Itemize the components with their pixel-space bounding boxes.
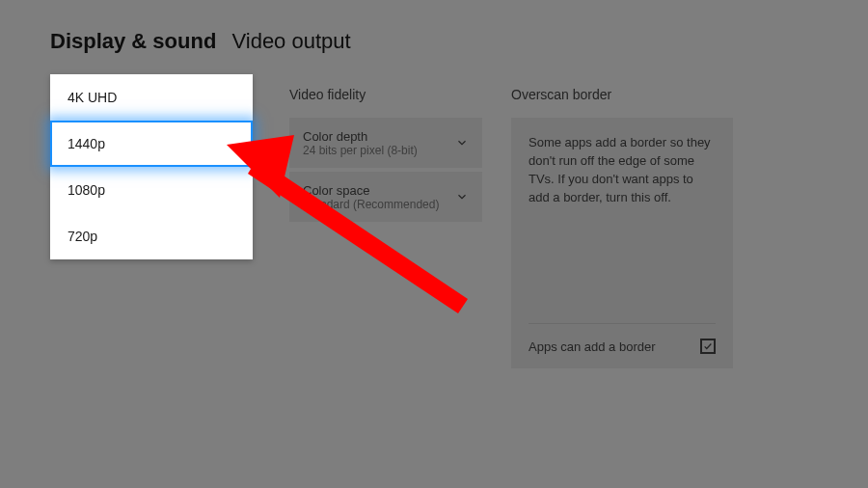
overscan-toggle[interactable]: Apps can add a border	[529, 323, 716, 368]
chevron-down-icon	[455, 136, 469, 149]
chevron-down-icon	[455, 190, 469, 203]
resolution-option-1440p[interactable]: 1440p	[50, 121, 253, 167]
resolution-option-label: 1080p	[68, 182, 105, 198]
color-space-label: Color space	[303, 183, 439, 198]
color-space-value: Standard (Recommended)	[303, 198, 439, 211]
resolution-dropdown[interactable]: 4K UHD 1440p 1080p 720p	[50, 74, 253, 259]
color-depth-value: 24 bits per pixel (8-bit)	[303, 144, 418, 157]
color-depth-select[interactable]: Color depth 24 bits per pixel (8-bit)	[289, 118, 482, 168]
overscan-toggle-label: Apps can add a border	[529, 339, 656, 354]
overscan-heading: Overscan border	[511, 87, 611, 102]
resolution-option-720p[interactable]: 720p	[50, 213, 253, 259]
resolution-option-1080p[interactable]: 1080p	[50, 167, 253, 213]
color-space-select[interactable]: Color space Standard (Recommended)	[289, 172, 482, 222]
color-space-text: Color space Standard (Recommended)	[303, 183, 439, 211]
page-title: Display & sound Video output	[50, 29, 351, 54]
resolution-option-4k-uhd[interactable]: 4K UHD	[50, 74, 253, 121]
resolution-option-label: 4K UHD	[68, 90, 117, 105]
fidelity-heading: Video fidelity	[289, 87, 366, 102]
overscan-description: Some apps add a border so they don't run…	[529, 133, 716, 206]
color-depth-label: Color depth	[303, 129, 418, 144]
resolution-option-label: 1440p	[68, 136, 105, 151]
overscan-panel: Some apps add a border so they don't run…	[511, 118, 733, 368]
resolution-option-label: 720p	[68, 229, 97, 244]
section-name: Display & sound	[50, 29, 216, 53]
color-depth-text: Color depth 24 bits per pixel (8-bit)	[303, 129, 418, 157]
page-name: Video output	[231, 29, 350, 53]
checkbox-checked-icon	[700, 339, 716, 354]
